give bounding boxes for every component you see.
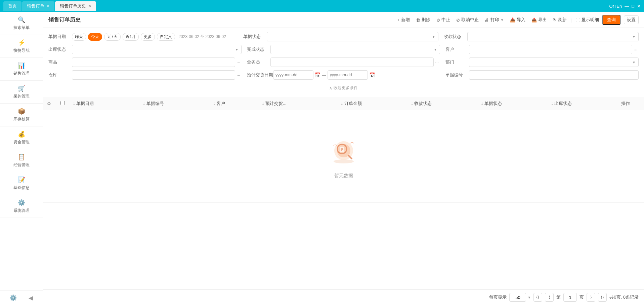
salesman-label: 业务员 (247, 59, 270, 65)
tab-sales-order[interactable]: 销售订单 ✕ (22, 1, 54, 11)
sidebar-item-purchase-mgmt[interactable]: 🛒 采购管理 (0, 81, 43, 104)
window-max-btn[interactable]: □ (632, 4, 634, 9)
total-info: 共0页, 0条记录 (609, 294, 639, 300)
date-btn-7days[interactable]: 近7天 (104, 33, 121, 41)
col-customer-label: 客户 (216, 101, 225, 106)
bill-number-input[interactable] (469, 70, 639, 80)
warehouse-input[interactable] (72, 70, 235, 80)
import-label: 导入 (517, 17, 525, 23)
date-btn-yesterday[interactable]: 昨天 (72, 33, 86, 41)
table-gear-icon[interactable]: ⚙ (47, 101, 51, 106)
filter-customer-item: 客户 ··· (445, 45, 639, 54)
delete-button[interactable]: 🗑 删除 (415, 16, 432, 24)
refresh-button[interactable]: ↻ 刷新 (552, 16, 568, 24)
receipt-status-select[interactable]: ▼ (467, 32, 639, 41)
settings-button[interactable]: 设置 (624, 15, 639, 24)
sidebar-collapse-icon[interactable]: ◀ (29, 294, 33, 302)
calendar-start-icon[interactable]: 📅 (315, 72, 320, 78)
salesman-dots[interactable]: ··· (434, 60, 440, 65)
completion-select[interactable]: ▼ (270, 45, 440, 54)
new-button[interactable]: + 新增 (396, 16, 411, 24)
product-dots[interactable]: ··· (235, 60, 242, 65)
date-btn-custom[interactable]: 自定义 (157, 33, 175, 41)
prev-page-button[interactable]: ⟨ (545, 293, 554, 302)
sidebar-item-sales-mgmt[interactable]: 📊 销售管理 (0, 58, 43, 81)
sidebar-item-finance[interactable]: 💰 资金管理 (0, 126, 43, 149)
tab-bar: 首页 销售订单 ✕ 销售订单历史 ✕ (3, 1, 609, 11)
tab-sales-order-close[interactable]: ✕ (46, 4, 50, 8)
customer-input[interactable] (469, 45, 632, 54)
col-receipt-status: ↕ 收款状态 (407, 97, 477, 110)
sidebar-item-purchase-mgmt-label: 采购管理 (13, 93, 30, 99)
tab-sales-order-history-label: 销售订单历史 (60, 3, 86, 9)
window-close-btn[interactable]: ✕ (637, 4, 641, 9)
stop-button[interactable]: ⊘ 中止 (435, 16, 452, 24)
pagination-bar: 每页显示 ▼ ⟨⟨ ⟨ 第 页 ⟩ ⟩⟩ 共0页, 0条记录 (43, 289, 644, 305)
next-page-button[interactable]: ⟩ (587, 293, 595, 302)
filter-outbound-item: 出库状态 ▼ (48, 45, 242, 54)
select-all-checkbox[interactable] (60, 101, 65, 105)
date-label: 单据日期 (48, 34, 72, 40)
col-bill-number-label: 单据编号 (146, 101, 164, 106)
outbound-arrow: ▼ (235, 48, 239, 51)
customer-dots[interactable]: ··· (632, 47, 639, 52)
sidebar-item-operations[interactable]: 📋 经营管理 (0, 149, 43, 172)
window-min-btn[interactable]: — (625, 4, 629, 9)
first-page-button[interactable]: ⟨⟨ (533, 293, 542, 302)
current-page-input[interactable] (563, 293, 577, 302)
col-outbound-status-label: 出库状态 (554, 101, 572, 106)
last-page-button[interactable]: ⟩⟩ (598, 293, 607, 302)
warehouse-dots[interactable]: ··· (235, 73, 242, 78)
sidebar-item-inventory[interactable]: 📦 库存核算 (0, 104, 43, 126)
collapse-label: 收起更多条件 (334, 85, 358, 91)
col-bill-date: ↕ 单据日期 (69, 97, 139, 110)
top-bar-right: OfTEn — □ ✕ (609, 4, 641, 9)
sidebar-settings-icon[interactable]: ⚙️ (9, 294, 17, 302)
receipt-status-label: 收款状态 (444, 34, 467, 40)
delivery-date-start[interactable] (273, 70, 313, 80)
quick-nav-icon: ⚡ (18, 39, 25, 46)
display-columns-checkbox[interactable] (576, 18, 580, 22)
outbound-label: 出库状态 (48, 46, 72, 52)
department-arrow: ▼ (632, 61, 636, 64)
display-columns-label[interactable]: 显示明细 (576, 17, 599, 23)
base-info-icon: 📝 (18, 176, 25, 184)
cancel-stop-button[interactable]: ⊘ 取消中止 (455, 16, 480, 24)
export-button[interactable]: 📤 导出 (530, 16, 548, 24)
delivery-date-end[interactable] (328, 70, 368, 80)
tab-home-label: 首页 (8, 3, 17, 9)
sidebar-item-base-info[interactable]: 📝 基础信息 (0, 172, 43, 195)
product-input[interactable] (72, 58, 235, 67)
collapse-bar[interactable]: ∧ 收起更多条件 (48, 83, 639, 93)
query-button[interactable]: 查询 (602, 15, 620, 25)
export-label: 导出 (538, 17, 547, 23)
outbound-select[interactable]: ▼ (72, 45, 242, 54)
department-select[interactable]: ▼ (469, 58, 639, 67)
salesman-input[interactable] (270, 58, 434, 67)
tab-sales-order-label: 销售订单 (27, 3, 44, 9)
sidebar-item-quick-nav[interactable]: ⚡ 快捷导航 (0, 35, 43, 58)
sidebar-item-search-menu[interactable]: 🔍 搜索菜单 (0, 12, 43, 35)
table-body: 暂无数据 (43, 110, 644, 203)
tab-sales-order-history[interactable]: 销售订单历史 ✕ (55, 1, 96, 11)
date-btn-today[interactable]: 今天 (88, 33, 102, 41)
completion-arrow: ▼ (434, 48, 437, 51)
calendar-end-icon[interactable]: 📅 (369, 72, 375, 78)
filter-delivery-date-item: 预计交货日期 📅 — 📅 (247, 70, 440, 80)
print-icon: 🖨 (485, 17, 489, 23)
bill-status-select[interactable]: ▼ (267, 32, 438, 41)
page-size-dropdown-icon[interactable]: ▼ (527, 296, 531, 299)
search-menu-icon: 🔍 (18, 16, 25, 24)
page-size-input[interactable] (509, 293, 526, 302)
date-filter-group: 昨天 今天 近7天 近1月 更多 自定义 2023-06-02 至 2023-0… (72, 33, 226, 41)
print-button[interactable]: 🖨 打印 ▼ (483, 16, 505, 24)
department-label: 部门 (445, 59, 469, 65)
tab-sales-order-history-close[interactable]: ✕ (88, 4, 91, 8)
col-bill-date-label: 单据日期 (76, 101, 94, 106)
sidebar-item-sys-mgmt[interactable]: ⚙️ 系统管理 (0, 195, 43, 218)
import-button[interactable]: 📥 导入 (509, 16, 527, 24)
date-btn-more[interactable]: 更多 (141, 33, 155, 41)
date-btn-1month[interactable]: 近1月 (123, 33, 139, 41)
data-table: ⚙ ↕ 单据日期 ↕ 单据编号 (43, 97, 644, 203)
tab-home[interactable]: 首页 (3, 1, 22, 11)
